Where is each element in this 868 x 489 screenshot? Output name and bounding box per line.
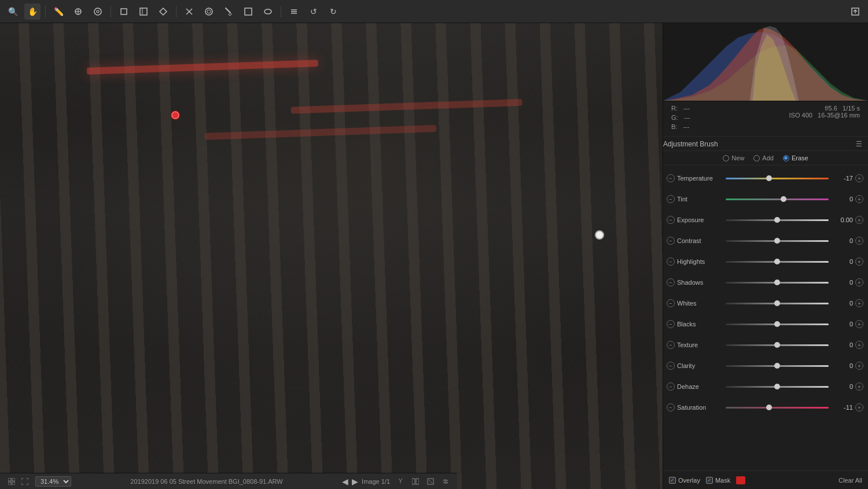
grid-view-btn[interactable] [6, 476, 17, 487]
slider-value-tint: 0 [831, 196, 853, 203]
slider-label-exposure: Exposure [677, 216, 723, 223]
mask-checkbox[interactable]: Mask [706, 477, 730, 484]
slider-thumb-temperature[interactable] [766, 175, 772, 181]
mask-checkbox-box[interactable] [706, 477, 713, 484]
slider-track-clarity[interactable] [726, 360, 829, 372]
slider-plus-highlights[interactable]: + [855, 258, 863, 266]
prev-image-btn[interactable]: ◀ [342, 477, 348, 486]
oval-btn[interactable] [260, 3, 276, 20]
slider-plus-blacks[interactable]: + [855, 320, 863, 328]
white-pin-marker[interactable] [595, 230, 604, 240]
spot-removal-btn[interactable] [135, 3, 152, 20]
slider-minus-exposure[interactable]: − [667, 216, 675, 224]
slider-minus-clarity[interactable]: − [667, 362, 675, 370]
slider-minus-saturation[interactable]: − [667, 403, 675, 411]
clear-all-button[interactable]: Clear All [838, 477, 862, 484]
svg-rect-36 [416, 479, 419, 484]
canvas-area[interactable]: 31.4% 20192019 06 05 Street Movement BGI… [0, 23, 663, 489]
overlay-checkbox-box[interactable] [669, 477, 676, 484]
slider-plus-exposure[interactable]: + [855, 216, 863, 224]
target-adj-tool-btn[interactable] [90, 3, 106, 20]
slider-minus-whites[interactable]: − [667, 299, 675, 307]
export-btn[interactable] [847, 3, 863, 20]
slider-minus-temperature[interactable]: − [667, 174, 675, 182]
slider-track-tint[interactable] [726, 193, 829, 205]
redo-btn[interactable]: ↻ [325, 3, 341, 20]
slider-track-shadows[interactable] [726, 277, 829, 288]
mode-new[interactable]: New [723, 155, 744, 161]
next-image-btn[interactable]: ▶ [352, 477, 358, 486]
slider-thumb-whites[interactable] [774, 300, 780, 306]
graduated-filter-btn[interactable] [240, 3, 256, 20]
brush-btn[interactable] [220, 3, 237, 20]
status-icon-1[interactable]: Y [395, 476, 406, 487]
mode-erase[interactable]: Erase [783, 155, 808, 161]
slider-track-texture[interactable] [726, 339, 829, 351]
slider-minus-dehaze[interactable]: − [667, 383, 675, 391]
slider-plus-shadows[interactable]: + [855, 278, 863, 286]
slider-thumb-highlights[interactable] [774, 259, 780, 264]
slider-thumb-contrast[interactable] [774, 238, 780, 244]
fullscreen-btn[interactable] [19, 476, 31, 487]
slider-plus-saturation[interactable]: + [855, 403, 863, 411]
transform-btn[interactable] [155, 3, 171, 20]
slider-thumb-exposure[interactable] [774, 217, 780, 223]
list-btn[interactable] [286, 3, 302, 20]
slider-track-contrast[interactable] [726, 235, 829, 247]
slider-track-temperature[interactable] [726, 172, 829, 184]
slider-minus-texture[interactable]: − [667, 341, 675, 349]
slider-track-dehaze[interactable] [726, 381, 829, 392]
slider-plus-tint[interactable]: + [855, 195, 863, 203]
undo-btn[interactable]: ↺ [306, 3, 322, 20]
radial-filter-btn[interactable] [201, 3, 217, 20]
status-icon-3[interactable] [425, 476, 436, 487]
heal-btn[interactable] [181, 3, 197, 20]
slider-track-blacks[interactable] [726, 318, 829, 330]
slider-minus-tint[interactable]: − [667, 195, 675, 203]
crop-tool-btn[interactable] [116, 3, 132, 20]
slider-plus-contrast[interactable]: + [855, 237, 863, 245]
mask-color-swatch[interactable] [736, 476, 745, 484]
zoom-dropdown[interactable]: 31.4% [35, 476, 71, 487]
mode-add-radio[interactable] [753, 155, 760, 161]
mode-add[interactable]: Add [753, 155, 774, 161]
slider-minus-blacks[interactable]: − [667, 320, 675, 328]
slider-thumb-tint[interactable] [781, 196, 786, 202]
slider-plus-temperature[interactable]: + [855, 174, 863, 182]
slider-plus-dehaze[interactable]: + [855, 383, 863, 391]
slider-plus-clarity[interactable]: + [855, 362, 863, 370]
white-balance-tool-btn[interactable]: ✏️ [50, 3, 67, 20]
mode-erase-radio[interactable] [783, 155, 789, 161]
color-sample-tool-btn[interactable] [70, 3, 86, 20]
slider-track-saturation[interactable] [726, 402, 829, 413]
overlay-checkbox[interactable]: Overlay [669, 477, 700, 484]
slider-thumb-saturation[interactable] [766, 405, 772, 410]
red-pin-marker[interactable] [171, 111, 179, 119]
slider-value-whites: 0 [831, 300, 853, 307]
slider-track-whites[interactable] [726, 297, 829, 309]
status-icon-4[interactable] [440, 476, 451, 487]
slider-thumb-texture[interactable] [774, 342, 780, 348]
slider-track-exposure[interactable] [726, 214, 829, 226]
zoom-tool-btn[interactable]: 🔍 [5, 3, 21, 20]
slider-thumb-clarity[interactable] [774, 363, 780, 369]
slider-thumb-shadows[interactable] [774, 280, 780, 285]
slider-thumb-dehaze[interactable] [774, 384, 780, 389]
panel-menu-icon[interactable]: ☰ [856, 140, 862, 148]
slider-track-highlights[interactable] [726, 256, 829, 267]
slider-minus-highlights[interactable]: − [667, 258, 675, 266]
slider-minus-contrast[interactable]: − [667, 237, 675, 245]
toolbar: 🔍 ✋ ✏️ ↺ ↻ [0, 0, 868, 23]
mode-new-radio[interactable] [723, 155, 729, 161]
svg-point-42 [446, 481, 447, 483]
panel-title: Adjustment Brush ☰ [663, 137, 868, 151]
hand-tool-btn[interactable]: ✋ [24, 3, 41, 20]
sliders-section: − Temperature -17 + − Tint 0 + − Exposur… [663, 166, 868, 470]
slider-plus-texture[interactable]: + [855, 341, 863, 349]
photo-canvas[interactable] [0, 23, 663, 489]
slider-plus-whites[interactable]: + [855, 299, 863, 307]
slider-thumb-blacks[interactable] [774, 321, 780, 327]
b-label: B: [671, 123, 677, 130]
status-icon-2[interactable] [410, 476, 421, 487]
slider-minus-shadows[interactable]: − [667, 278, 675, 286]
